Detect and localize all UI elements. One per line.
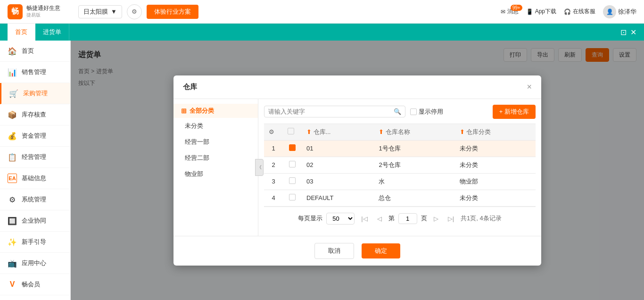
page-unit: 页 (421, 214, 427, 223)
row-checkbox[interactable] (283, 157, 302, 173)
add-warehouse-button[interactable]: + 新增仓库 (493, 105, 536, 119)
next-page-button[interactable]: ▷ (431, 214, 441, 223)
chevron-down-icon: ▼ (111, 8, 117, 15)
table-row[interactable]: 2 02 2号仓库 未分类 (264, 157, 536, 173)
window-restore-icon[interactable]: ⊡ (620, 28, 627, 37)
header-middle: 日太阳膜 ▼ ⚙ 体验行业方案 (78, 4, 501, 19)
logo-icon: 畅 (8, 4, 23, 19)
tree-item-3[interactable]: 物业部 (173, 166, 258, 182)
trial-button[interactable]: 体验行业方案 (147, 5, 198, 19)
first-page-button[interactable]: |◁ (358, 214, 370, 223)
th-code[interactable]: ⬆ 仓库... (302, 124, 374, 140)
row-index: 4 (264, 190, 283, 206)
tab-actions: ⊡ ✕ (620, 28, 636, 37)
headset-icon: 🎧 (564, 8, 571, 15)
th-name[interactable]: ⬆ 仓库名称 (374, 124, 454, 140)
table-row[interactable]: 1 01 1号仓库 未分类 (264, 140, 536, 157)
warehouse-modal: 仓库 × ⊞ 全部分类 未分类 经营一 (173, 75, 541, 266)
app-download-button[interactable]: 📱 App下载 (526, 8, 556, 16)
tree-collapse-button[interactable]: 《 (255, 159, 264, 176)
prev-page-button[interactable]: ◁ (374, 214, 385, 223)
row-checkbox[interactable] (283, 190, 302, 206)
search-wrap: 🔍 (264, 106, 405, 117)
sidebar-item-guide[interactable]: ✨ 新手引导 (0, 232, 70, 253)
sidebar-item-system[interactable]: ⚙ 系统管理 (0, 189, 70, 210)
tab-home[interactable]: 首页 (8, 24, 35, 41)
sidebar-item-member[interactable]: V 畅会员 (0, 274, 70, 295)
sidebar-item-finance[interactable]: 💰 资金管理 (0, 125, 70, 147)
row-name: 2号仓库 (374, 157, 454, 173)
tree-item-1[interactable]: 经营一部 (173, 134, 258, 150)
table-row[interactable]: 4 DEFAULT 总仓 未分类 (264, 190, 536, 206)
sort-icon-category: ⬆ (460, 128, 465, 135)
tree-panel: ⊞ 全部分类 未分类 经营一部 经营二部 物业部 (173, 99, 258, 236)
online-service-button[interactable]: 🎧 在线客服 (564, 8, 595, 16)
confirm-button[interactable]: 确定 (362, 243, 400, 258)
notification-badge: 99+ (511, 5, 522, 11)
sidebar-item-inventory[interactable]: 📦 库存核查 (0, 104, 70, 125)
search-icon[interactable]: 🔍 (394, 108, 401, 115)
th-category[interactable]: ⬆ 仓库分类 (455, 124, 536, 140)
th-checkbox[interactable] (283, 124, 302, 140)
modal-title: 仓库 (183, 83, 197, 92)
tab-purchase[interactable]: 进货单 (35, 24, 69, 41)
page-number-input[interactable] (398, 213, 417, 224)
tree-item-0[interactable]: 未分类 (173, 118, 258, 134)
modal-close-button[interactable]: × (527, 82, 532, 92)
row-checkbox[interactable] (283, 173, 302, 190)
top-header: 畅 畅捷通好生意 捷易版 日太阳膜 ▼ ⚙ 体验行业方案 ✉ 消息 99+ 📱 … (0, 0, 644, 24)
modal-footer: 取消 确定 (173, 236, 541, 266)
pagination: 每页显示 50 100 200 |◁ ◁ 第 页 ▷ (264, 207, 536, 230)
sidebar-item-appcenter[interactable]: 📺 应用中心 (0, 253, 70, 274)
th-gear[interactable]: ⚙ (264, 124, 283, 140)
row-index: 2 (264, 157, 283, 173)
logo-title: 畅捷通好生意 (26, 5, 60, 12)
tree-item-2[interactable]: 经营二部 (173, 150, 258, 166)
page-label: 第 (388, 214, 395, 223)
notification-button[interactable]: ✉ 消息 99+ (501, 8, 519, 16)
purchase-icon: 🛒 (9, 89, 18, 98)
sidebar-item-business[interactable]: 📋 经营管理 (0, 147, 70, 168)
select-all-checkbox[interactable] (288, 128, 294, 134)
finance-icon: 💰 (8, 131, 17, 141)
table-row[interactable]: 3 03 水 物业部 (264, 173, 536, 190)
table-panel: 🔍 显示停用 + 新增仓库 ⚙ (258, 99, 541, 236)
search-input[interactable] (268, 108, 394, 115)
row-category: 未分类 (455, 140, 536, 157)
row-code: DEFAULT (302, 190, 374, 206)
mobile-icon: 📱 (526, 8, 533, 15)
sidebar-item-home[interactable]: 🏠 首页 (0, 41, 70, 62)
sidebar: 🏠 首页 📊 销售管理 🛒 采购管理 📦 库存核查 💰 资金管理 📋 经营管理 … (0, 41, 71, 300)
sidebar-item-purchase[interactable]: 🛒 采购管理 (0, 83, 70, 104)
per-page-select[interactable]: 50 100 200 (326, 213, 355, 225)
modal-body: ⊞ 全部分类 未分类 经营一部 经营二部 物业部 (173, 99, 541, 236)
basic-icon: EA (8, 174, 17, 183)
system-icon: ⚙ (8, 195, 17, 204)
sidebar-item-enterprise[interactable]: 🔲 企业协同 (0, 210, 70, 232)
row-category: 未分类 (455, 157, 536, 173)
last-page-button[interactable]: ▷| (445, 214, 457, 223)
row-checkbox[interactable] (283, 140, 302, 157)
sidebar-item-sales[interactable]: 📊 销售管理 (0, 62, 70, 83)
page-info: 共1页, 4条记录 (461, 214, 502, 223)
store-selector[interactable]: 日太阳膜 ▼ (78, 5, 122, 18)
tree-all-category[interactable]: ⊞ 全部分类 (173, 104, 258, 118)
row-code: 01 (302, 140, 374, 157)
row-code: 02 (302, 157, 374, 173)
sort-icon-code: ⬆ (306, 128, 312, 135)
business-icon: 📋 (8, 152, 17, 162)
row-index: 3 (264, 173, 283, 190)
cancel-button[interactable]: 取消 (314, 243, 354, 259)
sales-icon: 📊 (8, 67, 17, 77)
row-name: 水 (374, 173, 454, 190)
guide-icon: ✨ (8, 237, 17, 247)
sidebar-item-basic[interactable]: EA 基础信息 (0, 168, 70, 189)
settings-button[interactable]: ⚙ (127, 4, 142, 19)
show-disabled-checkbox[interactable] (410, 108, 417, 115)
window-close-icon[interactable]: ✕ (630, 28, 636, 37)
inventory-icon: 📦 (8, 110, 17, 119)
show-disabled-label[interactable]: 显示停用 (410, 108, 443, 116)
nav-tabs: 首页 进货单 ⊡ ✕ (0, 24, 644, 41)
logo-area: 畅 畅捷通好生意 捷易版 (8, 4, 78, 19)
user-area[interactable]: 👤 徐泽华 (603, 5, 636, 18)
